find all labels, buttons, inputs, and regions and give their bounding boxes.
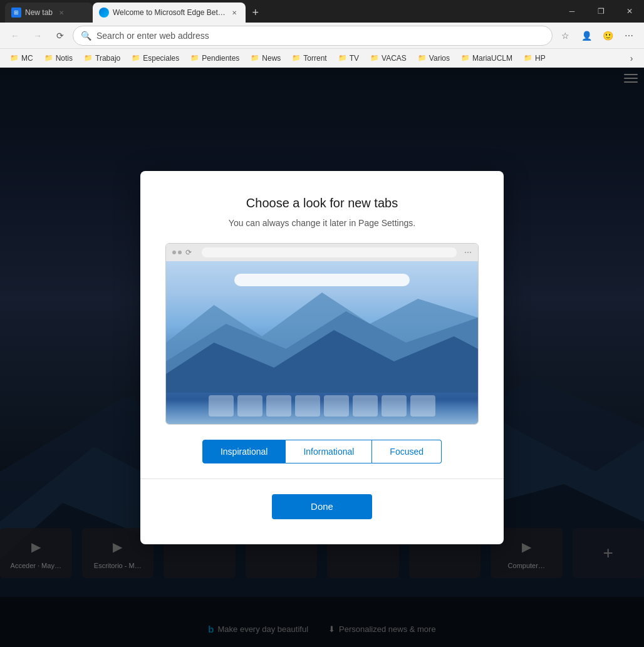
- bookmark-mc[interactable]: 📁 MC: [5, 52, 38, 65]
- bookmark-vacas-label: VACAS: [382, 54, 407, 63]
- new-tab-icon: ⊞: [11, 8, 21, 18]
- preview-ql-5: [324, 395, 349, 417]
- address-text: Search or enter web address: [96, 31, 544, 41]
- preview-dot-1: [172, 251, 176, 254]
- folder-icon: 📁: [418, 54, 427, 62]
- nav-actions: ☆ 👤 🙂 ⋯: [555, 26, 639, 46]
- edge-icon: [99, 8, 109, 18]
- refresh-button[interactable]: ⟳: [50, 26, 70, 46]
- dialog-title: Choose a look for new tabs: [165, 196, 479, 210]
- folder-icon: 📁: [132, 54, 140, 62]
- restore-button[interactable]: ❒: [586, 0, 615, 23]
- close-button[interactable]: ✕: [615, 0, 644, 23]
- settings-more-button[interactable]: ⋯: [619, 26, 639, 46]
- preview-mountains: [166, 280, 478, 393]
- preview-ql-4: [295, 395, 320, 417]
- done-button[interactable]: Done: [272, 494, 372, 519]
- preview-refresh-icon: ⟳: [185, 248, 194, 257]
- folder-icon: 📁: [251, 54, 259, 62]
- navigation-bar: ← → ⟳ 🔍 Search or enter web address ☆ 👤 …: [0, 23, 644, 49]
- bookmark-pendientes[interactable]: 📁 Pendientes: [185, 52, 244, 65]
- preview-content: [166, 261, 478, 424]
- tab-option-informational[interactable]: Informational: [286, 440, 372, 463]
- preview-ql-7: [382, 395, 407, 417]
- bookmarks-more-button[interactable]: ›: [624, 51, 639, 66]
- bookmark-varios-label: Varios: [429, 54, 450, 63]
- preview-nav: [172, 251, 182, 254]
- bookmark-tv[interactable]: 📁 TV: [333, 52, 364, 65]
- forward-button[interactable]: →: [28, 26, 48, 46]
- bookmark-hp-label: HP: [535, 54, 546, 63]
- back-button[interactable]: ←: [5, 26, 25, 46]
- bookmark-especiales-label: Especiales: [143, 54, 179, 63]
- bookmark-trabajo-label: Trabajo: [95, 54, 120, 63]
- dialog: Choose a look for new tabs You can alway…: [140, 171, 504, 544]
- minimize-button[interactable]: ─: [558, 0, 586, 23]
- folder-icon: 📁: [44, 54, 53, 62]
- preview-dot-2: [178, 251, 182, 254]
- tab-inactive-label: New tab: [25, 8, 53, 17]
- preview-ql-6: [353, 395, 378, 417]
- bookmark-mariauclm-label: MariaUCLM: [472, 54, 512, 63]
- address-bar[interactable]: 🔍 Search or enter web address: [73, 26, 553, 46]
- folder-icon: 📁: [461, 54, 470, 62]
- preview-ql-3: [266, 395, 291, 417]
- window-controls: ─ ❒ ✕: [558, 0, 644, 23]
- folder-icon: 📁: [190, 54, 199, 62]
- tab-option-focused[interactable]: Focused: [372, 440, 442, 463]
- preview-address-bar: [202, 247, 457, 257]
- browser-content: ▶ Acceder · May… ▶ Escritorio - M… ▶ Com…: [0, 68, 644, 647]
- preview-quicklinks: [209, 395, 435, 417]
- favorites-button[interactable]: ☆: [555, 26, 575, 46]
- profile-button[interactable]: 👤: [576, 26, 596, 46]
- folder-icon: 📁: [370, 54, 379, 62]
- preview-window: ⟳ ⋯: [165, 243, 479, 425]
- tab-options: Inspirational Informational Focused: [165, 440, 479, 463]
- bookmark-varios[interactable]: 📁 Varios: [413, 52, 455, 65]
- search-icon: 🔍: [81, 31, 91, 41]
- bookmark-torrent-label: Torrent: [303, 54, 326, 63]
- bookmarks-bar: 📁 MC 📁 Notis 📁 Trabajo 📁 Especiales 📁 Pe…: [0, 49, 644, 68]
- bookmark-mc-label: MC: [21, 54, 33, 63]
- folder-icon: 📁: [84, 54, 93, 62]
- tab-inactive[interactable]: ⊞ New tab ✕: [5, 3, 93, 23]
- folder-icon: 📁: [292, 54, 301, 62]
- dialog-divider: [140, 479, 504, 479]
- tab-active-label: Welcome to Microsoft Edge Bet…: [113, 8, 226, 17]
- folder-icon: 📁: [338, 54, 347, 62]
- tab-active[interactable]: Welcome to Microsoft Edge Bet… ✕: [93, 3, 246, 23]
- preview-menu-dots: ⋯: [464, 248, 472, 257]
- bookmark-mariauclm[interactable]: 📁 MariaUCLM: [456, 52, 517, 65]
- tab-active-close[interactable]: ✕: [229, 8, 239, 18]
- tab-inactive-close[interactable]: ✕: [56, 8, 66, 18]
- bookmark-tv-label: TV: [350, 54, 359, 63]
- title-bar: ⊞ New tab ✕ Welcome to Microsoft Edge Be…: [0, 0, 644, 23]
- bookmark-vacas[interactable]: 📁 VACAS: [365, 52, 412, 65]
- bookmark-hp[interactable]: 📁 HP: [519, 52, 551, 65]
- bookmark-especiales[interactable]: 📁 Especiales: [127, 52, 184, 65]
- bookmark-torrent[interactable]: 📁 Torrent: [287, 52, 331, 65]
- preview-ql-8: [410, 395, 435, 417]
- preview-ql-1: [209, 395, 234, 417]
- bookmark-trabajo[interactable]: 📁 Trabajo: [79, 52, 125, 65]
- bookmark-notis[interactable]: 📁 Notis: [39, 52, 78, 65]
- tab-option-inspirational[interactable]: Inspirational: [202, 440, 286, 463]
- bookmark-news-label: News: [262, 54, 281, 63]
- folder-icon: 📁: [524, 54, 532, 62]
- bookmark-pendientes-label: Pendientes: [202, 54, 239, 63]
- preview-titlebar: ⟳ ⋯: [166, 244, 478, 261]
- folder-icon: 📁: [10, 54, 19, 62]
- dialog-subtitle: You can always change it later in Page S…: [165, 218, 479, 228]
- bookmark-notis-label: Notis: [56, 54, 73, 63]
- browser-essentials-button[interactable]: 🙂: [598, 26, 618, 46]
- bookmark-news[interactable]: 📁 News: [246, 52, 286, 65]
- preview-ql-2: [237, 395, 262, 417]
- new-tab-button[interactable]: +: [246, 3, 266, 23]
- dialog-overlay: Choose a look for new tabs You can alway…: [0, 68, 644, 647]
